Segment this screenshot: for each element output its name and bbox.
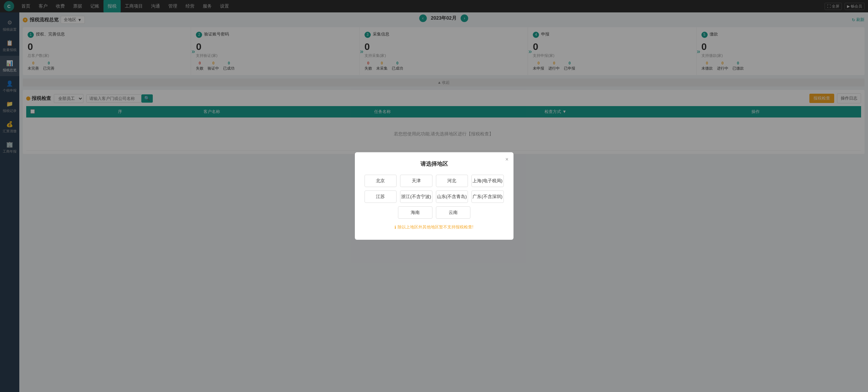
region-grid-row2: 江苏 浙江(不含宁波) 山东(不含青岛) 广东(不含深圳) [365, 190, 504, 203]
region-btn-guangdong[interactable]: 广东(不含深圳) [471, 190, 504, 203]
region-grid-row1: 北京 天津 河北 上海(电子税局) [365, 175, 504, 187]
modal-title: 请选择地区 [365, 161, 504, 168]
region-select-modal: × 请选择地区 北京 天津 河北 上海(电子税局) 江苏 浙江(不含宁波) 山东… [355, 152, 513, 240]
region-btn-hebei[interactable]: 河北 [436, 175, 468, 187]
region-btn-jiangsu[interactable]: 江苏 [365, 190, 397, 203]
region-btn-hainan[interactable]: 海南 [398, 206, 432, 219]
region-btn-shandong[interactable]: 山东(不含青岛) [436, 190, 468, 203]
region-btn-zhejiang[interactable]: 浙江(不含宁波) [400, 190, 432, 203]
region-btn-beijing[interactable]: 北京 [365, 175, 397, 187]
warning-icon: ℹ [395, 225, 396, 230]
region-btn-shanghai[interactable]: 上海(电子税局) [471, 175, 504, 187]
region-grid-row3: 海南 云南 [365, 206, 504, 219]
region-btn-tianjin[interactable]: 天津 [400, 175, 432, 187]
region-btn-yunnan[interactable]: 云南 [436, 206, 470, 219]
modal-overlay: × 请选择地区 北京 天津 河北 上海(电子税局) 江苏 浙江(不含宁波) 山东… [0, 0, 868, 392]
modal-warning: ℹ 除以上地区外其他地区暂不支持报税检查! [365, 224, 504, 230]
modal-close-button[interactable]: × [505, 156, 508, 163]
